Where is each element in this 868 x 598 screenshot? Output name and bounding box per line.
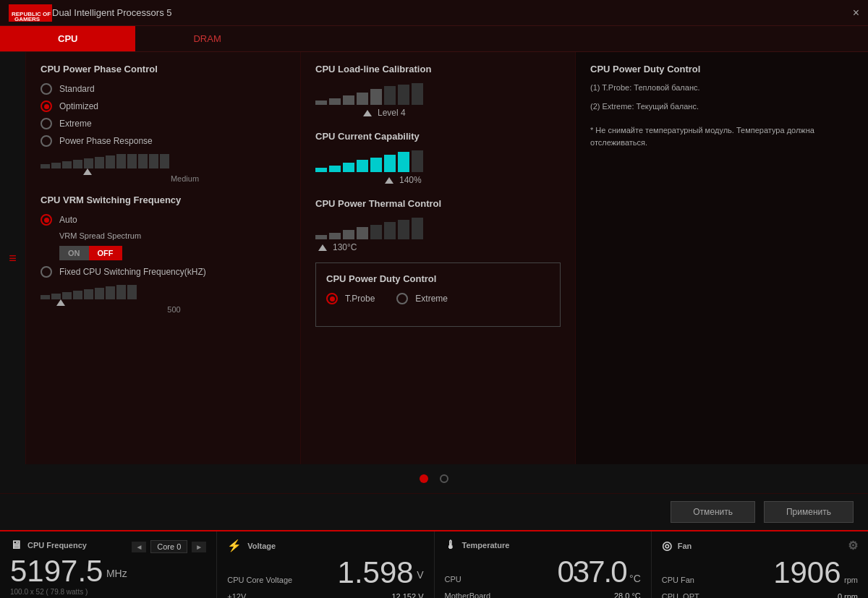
option-extreme[interactable]: Extreme — [41, 118, 286, 129]
tab-bar: CPU DRAM — [0, 26, 868, 52]
toggle-group: ON OFF — [59, 246, 286, 260]
option-tprobe[interactable]: T.Probe — [326, 293, 375, 304]
tab-cpu[interactable]: CPU — [0, 26, 135, 51]
menu-icon[interactable]: ≡ — [9, 251, 17, 266]
current-capability-section: CPU Current Capability 140% — [315, 131, 561, 185]
power-phase-options: Standard Optimized Extreme Power Phase R… — [41, 83, 286, 147]
radio-ppr — [41, 135, 52, 147]
cpu-fan-label: CPU Fan — [662, 576, 694, 584]
temp-mb-row: MotherBoard 28.0 °C — [445, 591, 641, 598]
radio-tprobe — [326, 293, 338, 304]
block — [370, 225, 382, 239]
option-auto[interactable]: Auto — [41, 214, 286, 226]
radio-optimized — [41, 101, 52, 112]
block — [357, 227, 368, 239]
pagination — [0, 464, 868, 493]
block — [329, 166, 341, 172]
voltage-title: ⚡ Voltage — [227, 539, 423, 552]
fan-label: Fan — [678, 542, 692, 550]
block — [412, 218, 423, 239]
block — [51, 163, 61, 168]
cpu-freq-sub: 100.0 x 52 ( 79.8 watts ) — [10, 588, 206, 596]
slider-medium-label: Medium — [84, 174, 286, 183]
action-bar: Отменить Применить — [0, 493, 868, 530]
toggle-on-button[interactable]: ON — [59, 246, 89, 260]
cancel-button[interactable]: Отменить — [671, 501, 755, 523]
titlebar: REPUBLIC OF GAMERS Dual Intelligent Proc… — [0, 0, 868, 26]
core-prev-button[interactable]: ◄ — [132, 542, 146, 552]
fan-unit: rpm — [844, 576, 858, 584]
fan-section: ◎ Fan ⚙ CPU Fan 1906 rpm CPU_OPT 0 rpm C… — [652, 531, 868, 598]
option-power-phase-response[interactable]: Power Phase Response — [41, 135, 286, 147]
bottom-bar: 🖥 CPU Frequency ◄ Core 0 ► 5197.5 MHz 10… — [0, 530, 868, 598]
block — [412, 150, 423, 172]
block — [106, 155, 115, 168]
mb-temp-label: MotherBoard — [445, 591, 491, 598]
block — [384, 155, 396, 172]
block — [357, 93, 368, 105]
block — [343, 230, 354, 239]
fan-big-value: 1906 — [773, 555, 841, 589]
tab-dram[interactable]: DRAM — [135, 26, 278, 51]
label-optimized: Optimized — [59, 101, 98, 111]
label-standard: Standard — [59, 84, 95, 94]
current-cap-thumb-row: 140% — [315, 175, 561, 185]
dot-2[interactable] — [440, 474, 448, 483]
block — [370, 158, 382, 172]
current-cap-bar — [315, 150, 561, 172]
dot-1[interactable] — [420, 474, 428, 483]
current-cap-title: CPU Current Capability — [315, 131, 561, 142]
cpu-core-voltage-label: CPU Core Voltage — [227, 576, 292, 584]
label-extreme: Extreme — [59, 119, 92, 129]
temperature-section: 🌡 Temperature CPU 037.0 °C MotherBoard 2… — [435, 531, 652, 598]
block — [73, 160, 82, 168]
svg-text:GAMERS: GAMERS — [14, 16, 41, 22]
block — [160, 154, 169, 168]
voltage-section: ⚡ Voltage CPU Core Voltage 1.598 V +12V … — [217, 531, 434, 598]
cpu-temp-label: CPU — [445, 575, 461, 584]
fixed-freq-slider[interactable]: 500 — [41, 285, 286, 314]
fan-gear-icon[interactable]: ⚙ — [848, 539, 858, 552]
fixed-slider-value: 500 — [62, 305, 286, 314]
toggle-off-button[interactable]: OFF — [89, 246, 122, 260]
block — [116, 154, 126, 168]
block — [398, 152, 409, 172]
right-panel: CPU Power Duty Control (1) T.Probe: Тепл… — [576, 52, 868, 464]
right-line-1: (1) T.Probe: Тепловой баланс. — [590, 82, 854, 95]
load-line-thumb — [363, 110, 372, 116]
label-fixed: Fixed CPU Switching Frequency(kHZ) — [59, 267, 206, 277]
voltage-label: Voltage — [247, 542, 276, 550]
right-line-2: (2) Extreme: Текущий баланс. — [590, 101, 854, 114]
option-extreme-duty[interactable]: Extreme — [396, 293, 448, 304]
radio-extreme-duty — [396, 293, 408, 304]
load-line-bar — [315, 83, 561, 105]
core-next-button[interactable]: ► — [192, 542, 206, 552]
load-line-thumb-row: Level 4 — [315, 108, 561, 118]
close-button[interactable]: × — [853, 7, 859, 20]
fan-opt-row: CPU_OPT 0 rpm — [662, 592, 858, 598]
temp-icon: 🌡 — [445, 539, 456, 552]
slider-thumb — [83, 168, 92, 175]
option-fixed-freq[interactable]: Fixed CPU Switching Frequency(kHZ) — [41, 266, 286, 278]
power-phase-slider[interactable]: Medium — [41, 154, 286, 183]
option-optimized[interactable]: Optimized — [41, 101, 286, 112]
fan-icon: ◎ — [662, 539, 672, 552]
radio-standard — [41, 83, 52, 95]
block — [62, 292, 72, 299]
right-panel-title: CPU Power Duty Control — [590, 64, 854, 74]
option-standard[interactable]: Standard — [41, 83, 286, 95]
thermal-value: 130°C — [333, 242, 357, 252]
thermal-thumb — [318, 244, 327, 251]
thermal-title: CPU Power Thermal Control — [315, 198, 561, 209]
block — [315, 168, 327, 172]
cpu-opt-label: CPU_OPT — [662, 592, 699, 598]
block — [62, 161, 72, 168]
block — [343, 95, 354, 105]
cpu-freq-big-value: 5197.5 — [10, 554, 103, 588]
block — [84, 158, 93, 168]
voltage-value-group: 1.598 V — [338, 555, 424, 590]
block — [412, 83, 423, 105]
block — [315, 235, 327, 239]
block — [149, 154, 158, 168]
apply-button[interactable]: Применить — [764, 501, 854, 523]
